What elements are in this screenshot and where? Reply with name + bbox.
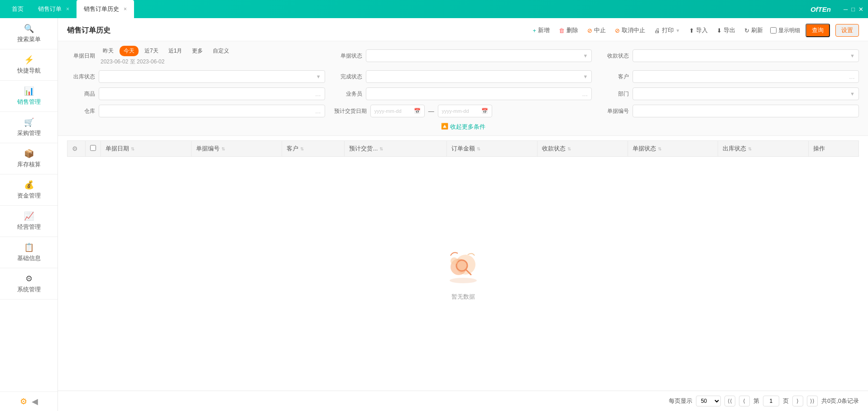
- date-separator: —: [428, 108, 434, 115]
- doc-no-input[interactable]: [633, 105, 859, 117]
- close-history-tab[interactable]: ×: [124, 6, 127, 12]
- receipt-select[interactable]: ▼: [633, 49, 859, 62]
- close-window-button[interactable]: ✕: [858, 6, 863, 13]
- dept-label: 部门: [601, 90, 633, 98]
- complete-label: 完成状态: [334, 73, 366, 81]
- th-receipt[interactable]: 收款状态 ⇅: [537, 141, 628, 157]
- show-detail-wrapper: 显示明细: [770, 27, 800, 34]
- minimize-button[interactable]: ─: [844, 6, 848, 13]
- sidebar-item-purchase[interactable]: 🛒 采购管理: [0, 112, 58, 143]
- cancel-stop-button[interactable]: ⊘ 取消中止: [613, 25, 647, 35]
- delete-icon: 🗑: [559, 27, 565, 34]
- sidebar-item-quicknav[interactable]: ⚡ 快捷导航: [0, 49, 58, 81]
- sales-icon: 📊: [24, 86, 34, 96]
- th-date[interactable]: 单据日期 ⇅: [101, 141, 192, 157]
- top-bar: 首页 销售订单 × 销售订单历史 × OfTEn ─ □ ✕: [0, 0, 868, 18]
- collapse-filters-row[interactable]: 🔼 收起更多条件: [67, 121, 859, 131]
- sidebar-item-sales[interactable]: 📊 销售管理: [0, 81, 58, 112]
- dept-select[interactable]: ▼: [633, 87, 859, 100]
- select-all-checkbox[interactable]: [90, 145, 96, 151]
- sidebar-item-finance[interactable]: 💰 资金管理: [0, 174, 58, 206]
- customer-input[interactable]: …: [633, 70, 859, 83]
- prev-page-button[interactable]: ⟨: [739, 396, 750, 406]
- sidebar-item-inventory[interactable]: 📦 库存核算: [0, 143, 58, 174]
- date-yesterday-btn[interactable]: 昨天: [99, 46, 118, 56]
- sidebar-settings-icon[interactable]: ⚙: [20, 396, 27, 406]
- sidebar-bottom: ⚙ ◀: [0, 392, 58, 411]
- sidebar: 🔍 搜索菜单 ⚡ 快捷导航 📊 销售管理 🛒 采购管理 📦 库存核算 💰 资金管…: [0, 18, 58, 411]
- sort-warehouse-out-icon: ⇅: [748, 146, 752, 151]
- date-more-btn[interactable]: 更多: [188, 46, 207, 56]
- th-no[interactable]: 单据编号 ⇅: [191, 141, 282, 157]
- maximize-button[interactable]: □: [851, 6, 855, 13]
- pagination-bar: 每页显示 50 10 20 100 ⟨⟨ ⟨ 第 页 ⟩ ⟩⟩ 共0页,0条记录: [58, 391, 868, 411]
- add-button[interactable]: + 新增: [531, 25, 552, 35]
- svg-point-0: [450, 278, 477, 283]
- sidebar-item-operations[interactable]: 📈 经营管理: [0, 206, 58, 237]
- status-select[interactable]: ▼: [366, 49, 592, 62]
- warehouse-input[interactable]: …: [99, 105, 325, 117]
- empty-illustration: [441, 242, 486, 287]
- th-doc-status[interactable]: 单据状态 ⇅: [628, 141, 718, 157]
- status-filter-cell: 单据状态 ▼: [334, 46, 592, 66]
- quicknav-icon: ⚡: [24, 55, 34, 65]
- print-icon: 🖨: [654, 27, 660, 34]
- main-layout: 🔍 搜索菜单 ⚡ 快捷导航 📊 销售管理 🛒 采购管理 📦 库存核算 💰 资金管…: [0, 18, 868, 411]
- refresh-button[interactable]: ↻ 刷新: [743, 25, 765, 35]
- import-button[interactable]: ⬆ 导入: [687, 25, 710, 35]
- export-button[interactable]: ⬇ 导出: [715, 25, 737, 35]
- empty-text: 暂无数据: [451, 293, 475, 301]
- page-size-label: 每页显示: [669, 397, 692, 405]
- salesperson-filter-cell: 业务员 …: [334, 87, 592, 100]
- delete-button[interactable]: 🗑 删除: [557, 25, 580, 35]
- sort-receipt-icon: ⇅: [567, 146, 571, 151]
- tab-home[interactable]: 首页: [5, 0, 31, 18]
- show-detail-checkbox[interactable]: [770, 27, 777, 34]
- query-button[interactable]: 查询: [806, 24, 830, 37]
- date-1month-btn[interactable]: 近1月: [164, 46, 187, 56]
- product-dots-icon: …: [315, 91, 321, 97]
- product-filter-cell: 商品 …: [67, 87, 325, 100]
- receipt-filter-cell: 收款状态 ▼: [601, 46, 859, 66]
- tab-sales-order[interactable]: 销售订单 ×: [31, 0, 77, 18]
- product-label: 商品: [67, 90, 99, 98]
- th-amount[interactable]: 订单金额 ⇅: [446, 141, 537, 157]
- last-page-button[interactable]: ⟩⟩: [807, 396, 818, 406]
- page-size-select[interactable]: 50 10 20 100: [696, 396, 721, 406]
- th-customer[interactable]: 客户 ⇅: [282, 141, 345, 157]
- delivery-end-date[interactable]: yyyy-mm-dd 📅: [438, 105, 492, 117]
- doc-no-filter-cell: 单据编号: [601, 105, 859, 117]
- total-records: 共0页,0条记录: [821, 397, 859, 405]
- delivery-start-date[interactable]: yyyy-mm-dd 📅: [370, 105, 425, 117]
- sidebar-item-system[interactable]: ⚙ 系统管理: [0, 268, 58, 300]
- sidebar-collapse-icon[interactable]: ◀: [32, 396, 38, 406]
- status-filter-label: 单据状态: [334, 52, 366, 60]
- date-7days-btn[interactable]: 近7天: [140, 46, 163, 56]
- status-chevron-icon: ▼: [583, 53, 588, 58]
- date-today-btn[interactable]: 今天: [120, 46, 139, 56]
- stop-button[interactable]: ⊘ 中止: [585, 25, 608, 35]
- page-number-input[interactable]: [763, 396, 779, 406]
- next-page-button[interactable]: ⟩: [792, 396, 803, 406]
- sidebar-item-basic-info[interactable]: 📋 基础信息: [0, 237, 58, 268]
- complete-select[interactable]: ▼: [366, 70, 592, 83]
- sidebar-item-search[interactable]: 🔍 搜索菜单: [0, 18, 58, 49]
- warehouse-out-select[interactable]: ▼: [99, 70, 325, 83]
- settings-button[interactable]: 设置: [835, 24, 859, 37]
- date-custom-btn[interactable]: 自定义: [209, 46, 233, 56]
- product-input[interactable]: …: [99, 87, 325, 100]
- print-button[interactable]: 🖨 打印 ▼: [652, 25, 682, 35]
- first-page-button[interactable]: ⟨⟨: [724, 396, 735, 406]
- table-settings-icon[interactable]: ⚙: [72, 145, 78, 152]
- collapse-label: 收起更多条件: [450, 123, 485, 131]
- refresh-icon: ↻: [744, 27, 749, 34]
- th-delivery[interactable]: 预计交货... ⇅: [345, 141, 446, 157]
- th-warehouse-out[interactable]: 出库状态 ⇅: [718, 141, 809, 157]
- salesperson-input[interactable]: …: [366, 87, 592, 100]
- date-range-text: 2023-06-02 至 2023-06-02: [101, 58, 325, 66]
- export-icon: ⬇: [717, 27, 722, 34]
- search-icon: 🔍: [24, 24, 34, 34]
- tab-sales-order-history[interactable]: 销售订单历史 ×: [77, 0, 134, 18]
- close-sales-order-tab[interactable]: ×: [66, 6, 69, 12]
- delivery-date-filter-cell: 预计交货日期 yyyy-mm-dd 📅 — yyyy-mm-dd 📅: [334, 105, 592, 117]
